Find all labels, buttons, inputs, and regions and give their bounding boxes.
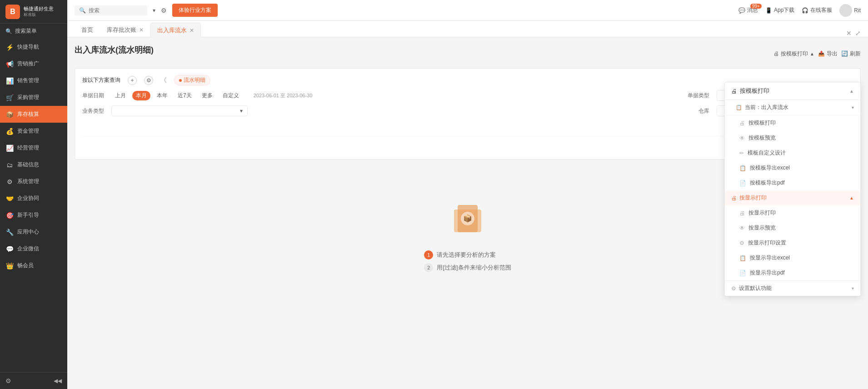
empty-step-1: 1 请先选择要分析的方案 xyxy=(424,250,511,259)
wechat-icon: 💬 xyxy=(5,245,14,253)
biz-type-select[interactable]: ▾ xyxy=(111,105,248,116)
date-btn-custom[interactable]: 自定义 xyxy=(219,91,243,100)
logo-sub: 标准版 xyxy=(24,12,54,18)
sidebar-bottom: ⚙ ◀◀ xyxy=(0,372,67,389)
sidebar-item-inventory[interactable]: 📦 库存核算 xyxy=(0,106,67,123)
collapse-sidebar-icon[interactable]: ◀◀ xyxy=(54,378,62,384)
svg-text:📦: 📦 xyxy=(463,214,472,223)
dropdown-footer[interactable]: ⚙ 设置默认功能 ▾ xyxy=(725,280,860,296)
topbar-search-input[interactable] xyxy=(89,7,130,14)
dropdown-current-item[interactable]: 📋 当前：出入库流水 ▾ xyxy=(725,100,860,115)
sidebar-item-label: 企业微信 xyxy=(17,245,39,253)
dropdown-item-template-excel[interactable]: 📋 按模板导出excel xyxy=(725,160,860,175)
dropdown-item-display-excel[interactable]: 📋 按显示导出excel xyxy=(725,250,860,265)
dropdown-item-display-settings[interactable]: ⚙ 按显示打印设置 xyxy=(725,235,860,250)
biz-type-label: 业务类型 xyxy=(82,107,104,115)
display-section-header[interactable]: 🖨 按显示打印 ▲ xyxy=(725,190,860,205)
search-menu[interactable]: 🔍 搜索菜单 xyxy=(0,24,67,39)
tab-flow[interactable]: 出入库流水 ✕ xyxy=(150,23,201,37)
sidebar: B 畅捷通好生意 标准版 🔍 搜索菜单 ⚡ 快捷导航 📢 营销推广 📊 销售管理… xyxy=(0,0,67,389)
guide-icon: 🎯 xyxy=(5,212,14,219)
display-preview-icon: 👁 xyxy=(739,225,745,231)
sidebar-item-label: 基础信息 xyxy=(17,161,39,169)
tab-maximize[interactable]: ⤢ xyxy=(855,30,861,37)
topbar-gear-icon[interactable]: ⚙ xyxy=(161,7,167,14)
sidebar-item-operations[interactable]: 📈 经营管理 xyxy=(0,140,67,156)
dropdown-collapse-icon[interactable]: ▲ xyxy=(849,89,854,94)
display-excel-icon: 📋 xyxy=(739,255,746,261)
basic-info-icon: 🗂 xyxy=(5,161,14,169)
logo-icon: B xyxy=(5,5,20,19)
date-btn-7days[interactable]: 近7天 xyxy=(174,91,195,100)
print-dropdown-panel: 🖨 按模板打印 ▲ 📋 当前：出入库流水 ▾ 🖨 按模板打印 👁 xyxy=(724,82,861,296)
sidebar-item-finance[interactable]: 💰 资金管理 xyxy=(0,123,67,140)
date-btn-last-month[interactable]: 上月 xyxy=(111,91,130,100)
tab-batch-account[interactable]: 库存批次账 ✕ xyxy=(100,22,150,37)
template-design-label: 模板自定义设计 xyxy=(748,149,786,157)
export-label: 导出 xyxy=(827,50,838,58)
tab-home[interactable]: 首页 xyxy=(75,22,100,37)
date-shortcuts: 上月 本月 本年 近7天 更多 自定义 xyxy=(111,91,243,100)
tab-flow-close[interactable]: ✕ xyxy=(190,27,194,34)
display-excel-label: 按显示导出excel xyxy=(750,254,790,262)
step-1-text: 请先选择要分析的方案 xyxy=(437,251,496,259)
biz-type-dropdown-icon: ▾ xyxy=(240,108,243,114)
template-pdf-icon: 📄 xyxy=(739,180,746,186)
main-area: 🔍 ▾ ⚙ 体验行业方案 💬 消息 99+ 📱 App下载 🎧 在线客服 Rit xyxy=(67,0,868,389)
topbar-dropdown-arrow[interactable]: ▾ xyxy=(153,7,155,14)
sidebar-item-wechat[interactable]: 💬 企业微信 xyxy=(0,240,67,257)
sidebar-item-guide[interactable]: 🎯 新手引导 xyxy=(0,207,67,224)
dropdown-item-template-design[interactable]: ✏ 模板自定义设计 xyxy=(725,145,860,160)
sidebar-nav: ⚡ 快捷导航 📢 营销推广 📊 销售管理 🛒 采购管理 📦 库存核算 💰 资金管… xyxy=(0,39,67,372)
tab-home-label: 首页 xyxy=(81,26,93,34)
display-print-icon: 🖨 xyxy=(739,210,745,216)
refresh-btn[interactable]: 🔄 刷新 xyxy=(841,50,861,58)
tab-batch-account-close[interactable]: ✕ xyxy=(139,27,144,33)
export-btn[interactable]: 📤 导出 xyxy=(818,50,838,58)
message-btn[interactable]: 💬 消息 99+ xyxy=(738,6,758,14)
dropdown-item-display-preview[interactable]: 👁 按显示预览 xyxy=(725,220,860,235)
dropdown-item-template-preview[interactable]: 👁 按模板预览 xyxy=(725,130,860,145)
filter-tag[interactable]: 流水明细 xyxy=(174,75,210,85)
user-avatar-btn[interactable]: Rit xyxy=(839,4,861,17)
date-btn-this-month[interactable]: 本月 xyxy=(132,91,150,100)
industry-btn[interactable]: 体验行业方案 xyxy=(172,4,218,17)
sidebar-item-member[interactable]: 👑 畅会员 xyxy=(0,257,67,274)
sidebar-item-marketing[interactable]: 📢 营销推广 xyxy=(0,55,67,72)
dropdown-header[interactable]: 🖨 按模板打印 ▲ xyxy=(725,82,860,100)
sidebar-item-purchase[interactable]: 🛒 采购管理 xyxy=(0,89,67,106)
filter-add-btn[interactable]: + xyxy=(128,76,137,85)
online-service-btn[interactable]: 🎧 在线客服 xyxy=(802,6,832,14)
sidebar-item-quick-nav[interactable]: ⚡ 快捷导航 xyxy=(0,39,67,55)
template-preview-icon: 👁 xyxy=(739,135,745,141)
member-icon: 👑 xyxy=(5,262,14,269)
filter-collapse-btn[interactable]: 《 xyxy=(160,76,167,85)
tab-close-all[interactable]: ✕ xyxy=(846,30,852,37)
date-btn-more[interactable]: 更多 xyxy=(198,91,216,100)
settings-bottom-icon[interactable]: ⚙ xyxy=(5,377,11,384)
dropdown-header-label: 按模板打印 xyxy=(740,87,769,95)
sidebar-item-collab[interactable]: 🤝 企业协同 xyxy=(0,190,67,207)
dropdown-item-template-print[interactable]: 🖨 按模板打印 xyxy=(725,115,860,130)
app-download-btn[interactable]: 📱 App下载 xyxy=(765,6,794,14)
page-title: 出入库流水(流水明细) xyxy=(75,45,154,55)
sidebar-item-app-center[interactable]: 🔧 应用中心 xyxy=(0,224,67,240)
sidebar-item-system[interactable]: ⚙ 系统管理 xyxy=(0,173,67,190)
sidebar-item-sales[interactable]: 📊 销售管理 xyxy=(0,72,67,89)
filter-settings-btn[interactable]: ⚙ xyxy=(144,76,153,85)
template-print-label: 按模板打印 xyxy=(748,119,776,127)
template-excel-label: 按模板导出excel xyxy=(750,164,790,172)
print-btn[interactable]: 🖨 按模板打印 ▲ xyxy=(773,50,814,58)
dropdown-item-display-pdf[interactable]: 📄 按显示导出pdf xyxy=(725,265,860,280)
date-range-display: 2023-06-01 至 2023-06-30 xyxy=(254,92,313,99)
date-btn-this-year[interactable]: 本年 xyxy=(153,91,171,100)
sidebar-item-basic-info[interactable]: 🗂 基础信息 xyxy=(0,156,67,173)
search-icon: 🔍 xyxy=(5,28,12,35)
template-print-icon: 🖨 xyxy=(739,120,745,126)
topbar-search-box[interactable]: 🔍 xyxy=(75,5,147,15)
dropdown-item-template-pdf[interactable]: 📄 按模板导出pdf xyxy=(725,175,860,190)
display-pdf-label: 按显示导出pdf xyxy=(750,269,785,277)
display-section-icon: 🖨 xyxy=(731,195,737,201)
username-label: Rit xyxy=(854,7,861,14)
dropdown-item-display-print[interactable]: 🖨 按显示打印 xyxy=(725,205,860,220)
